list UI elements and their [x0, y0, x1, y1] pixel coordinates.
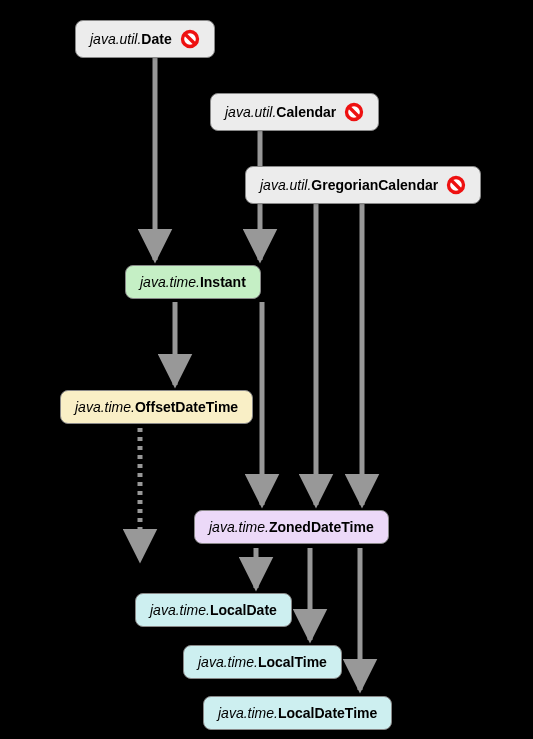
node-instant: java.time.Instant: [125, 265, 261, 299]
node-gregorian: java.util.GregorianCalendar: [245, 166, 481, 204]
node-localtime: java.time.LocalTime: [183, 645, 342, 679]
node-offsetdatetime: java.time.OffsetDateTime: [60, 390, 253, 424]
node-localdatetime-pkg: java.time.: [218, 705, 278, 721]
node-calendar-cls: Calendar: [276, 104, 336, 120]
node-zoneddatetime-pkg: java.time.: [209, 519, 269, 535]
node-localdate: java.time.LocalDate: [135, 593, 292, 627]
node-date: java.util.Date: [75, 20, 215, 58]
node-localdatetime-cls: LocalDateTime: [278, 705, 377, 721]
node-localtime-pkg: java.time.: [198, 654, 258, 670]
prohibited-icon: [344, 102, 364, 122]
node-gregorian-pkg: java.util.: [260, 177, 311, 193]
node-gregorian-cls: GregorianCalendar: [311, 177, 438, 193]
node-localdate-cls: LocalDate: [210, 602, 277, 618]
node-localdatetime: java.time.LocalDateTime: [203, 696, 392, 730]
node-calendar: java.util.Calendar: [210, 93, 379, 131]
node-date-pkg: java.util.: [90, 31, 141, 47]
node-calendar-pkg: java.util.: [225, 104, 276, 120]
prohibited-icon: [446, 175, 466, 195]
node-date-cls: Date: [141, 31, 171, 47]
prohibited-icon: [180, 29, 200, 49]
node-zoneddatetime-cls: ZonedDateTime: [269, 519, 374, 535]
node-localtime-cls: LocalTime: [258, 654, 327, 670]
node-offsetdatetime-cls: OffsetDateTime: [135, 399, 238, 415]
node-zoneddatetime: java.time.ZonedDateTime: [194, 510, 389, 544]
node-instant-pkg: java.time.: [140, 274, 200, 290]
node-localdate-pkg: java.time.: [150, 602, 210, 618]
node-instant-cls: Instant: [200, 274, 246, 290]
node-offsetdatetime-pkg: java.time.: [75, 399, 135, 415]
